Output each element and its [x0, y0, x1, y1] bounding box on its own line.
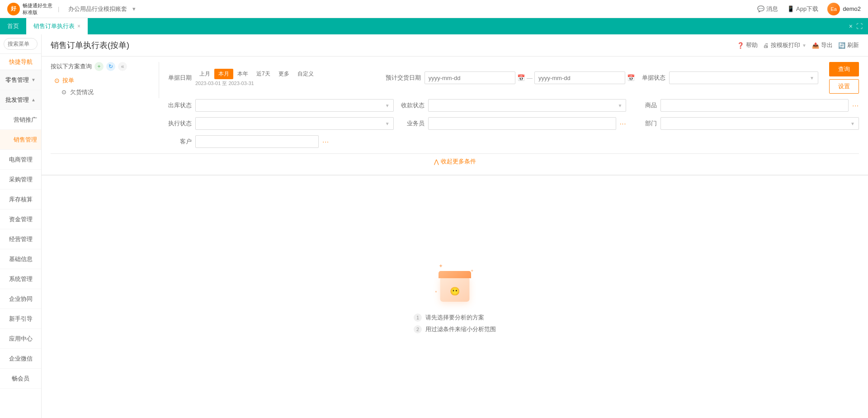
sidebar-item-membership[interactable]: 畅会员	[0, 369, 41, 389]
message-icon: 💬	[757, 5, 764, 12]
sidebar-item-operation[interactable]: 经营管理	[0, 229, 41, 249]
dept-select[interactable]: ▼	[660, 117, 859, 130]
step-number-2: 2	[414, 325, 422, 333]
dept-label: 部门	[632, 119, 657, 128]
date-tab-this-month[interactable]: 本月	[214, 69, 233, 79]
filter-actions: 查询 设置	[824, 62, 859, 94]
filter-field-expected-date: 预计交货日期 📅 — 📅	[386, 71, 635, 84]
export-button[interactable]: 📤 导出	[812, 41, 833, 49]
filter-field-execution: 执行状态 ▼	[166, 117, 394, 130]
status-label: 单据状态	[640, 74, 665, 82]
filter-field-status: 单据状态 ▼	[640, 71, 818, 84]
add-scheme-button[interactable]: +	[94, 62, 104, 71]
filter-row-2: 出库状态 ▼ 收款状态 ▼	[166, 99, 859, 112]
search-input[interactable]	[4, 38, 38, 50]
sidebar-item-newuser[interactable]: 新手引导	[0, 309, 41, 329]
execution-label: 执行状态	[166, 119, 192, 128]
date-tab-custom[interactable]: 自定义	[293, 69, 318, 79]
topbar-left: 好 畅捷通好生意 标准版 | 办公用品行业模拟账套 ▾	[7, 2, 136, 15]
scheme-item-shortage[interactable]: ⊙ 欠货情况	[51, 86, 153, 98]
sidebar-item-ecommerce[interactable]: 电商管理	[0, 150, 41, 170]
customer-input[interactable]	[195, 135, 319, 148]
query-button[interactable]: 查询	[829, 62, 859, 76]
calendar-end-icon[interactable]: 📅	[627, 74, 635, 81]
salesman-label: 业务员	[399, 119, 425, 128]
empty-state: ✦ ✦ ● 😶 1 请先选择要分析的方案 2 用过滤条件来缩小分析范围	[42, 176, 868, 418]
sidebar-item-finance[interactable]: 资金管理	[0, 209, 41, 229]
sidebar-item-basic-info[interactable]: 基础信息	[0, 249, 41, 269]
empty-illustration: ✦ ✦ ● 😶	[432, 261, 477, 306]
help-button[interactable]: ❓ 帮助	[737, 41, 758, 49]
collapse-button[interactable]: ⋀ 收起更多条件	[51, 153, 859, 169]
window-expand-icon[interactable]: ⛶	[856, 23, 863, 30]
calendar-start-icon[interactable]: 📅	[517, 74, 525, 81]
help-icon: ❓	[737, 42, 744, 49]
nav-tabs-right: × ⛶	[849, 23, 868, 30]
refresh-scheme-button[interactable]: ↻	[106, 62, 115, 71]
print-button[interactable]: 🖨 按模板打印 ▼	[763, 41, 807, 49]
customer-label: 客户	[166, 138, 192, 146]
execution-select[interactable]: ▼	[195, 117, 394, 130]
filter-field-goods: 商品 ···	[632, 99, 859, 112]
sidebar-item-sales[interactable]: 销售管理	[0, 130, 41, 150]
window-close-icon[interactable]: ×	[849, 23, 853, 30]
date-tab-more[interactable]: 更多	[274, 69, 293, 79]
app-icon: 📱	[787, 5, 794, 12]
expected-date-end-input[interactable]	[534, 71, 625, 84]
sidebar-item-enterprise[interactable]: 企业协同	[0, 289, 41, 309]
nav-tabs: 首页 销售订单执行表 × × ⛶	[0, 18, 868, 34]
sidebar-item-quick-nav[interactable]: 快捷导航	[0, 54, 41, 70]
date-tabs: 上月 本月 本年 近7天 更多 自定义	[195, 69, 380, 79]
sidebar-item-retail[interactable]: 零售管理 ▼	[0, 70, 41, 90]
delivery-select[interactable]: ▼	[195, 99, 394, 112]
username: demo2	[843, 5, 861, 12]
chevron-up-icon: ▲	[31, 97, 36, 102]
date-tab-this-year[interactable]: 本年	[233, 69, 252, 79]
logo: 好 畅捷通好生意 标准版	[7, 2, 52, 15]
user-area[interactable]: Ea demo2	[827, 3, 861, 15]
delivery-dropdown-icon: ▼	[385, 103, 390, 108]
settings-button[interactable]: 设置	[829, 79, 859, 94]
sidebar-item-marketing[interactable]: 营销推广	[0, 110, 41, 130]
date-tab-7days[interactable]: 近7天	[252, 69, 274, 79]
message-button[interactable]: 💬 消息	[757, 5, 778, 13]
print-dropdown-icon: ▼	[802, 43, 807, 48]
empty-step-2: 2 用过滤条件来缩小分析范围	[414, 325, 496, 333]
salesman-input[interactable]	[428, 117, 616, 130]
main-layout: 快捷导航 零售管理 ▼ 批发管理 ▲ 营销推广 销售管理 电商管理 采购管理 库…	[0, 34, 868, 418]
status-select[interactable]: ▼	[669, 71, 818, 84]
refresh-button[interactable]: 🔄 刷新	[838, 41, 859, 49]
goods-more-icon[interactable]: ···	[852, 102, 859, 109]
tab-sales-order[interactable]: 销售订单执行表 ×	[26, 18, 88, 34]
goods-input[interactable]	[660, 99, 849, 112]
filter-row-4: 客户 ···	[166, 135, 859, 148]
filter-field-dept: 部门 ▼	[632, 117, 859, 130]
date-tab-last-month[interactable]: 上月	[195, 69, 214, 79]
filter-row-1: 单据日期 上月 本月 本年 近7天 更多 自定义 20	[166, 62, 859, 94]
sidebar-item-system[interactable]: 系统管理	[0, 269, 41, 289]
expected-date-start-input[interactable]	[425, 71, 515, 84]
sidebar-item-inventory[interactable]: 库存核算	[0, 190, 41, 209]
date-range-text: 2023-03-01 至 2023-03-31	[195, 80, 380, 87]
customer-more-icon[interactable]: ···	[322, 138, 329, 145]
scheme-order-icon: ⊙	[54, 77, 60, 84]
sidebar: 快捷导航 零售管理 ▼ 批发管理 ▲ 营销推广 销售管理 电商管理 采购管理 库…	[0, 34, 42, 418]
page-header: 销售订单执行表(按单) ❓ 帮助 🖨 按模板打印 ▼ 📤 导出 🔄 刷新	[42, 34, 868, 57]
sidebar-item-weixin[interactable]: 企业微信	[0, 349, 41, 369]
sidebar-item-appstore[interactable]: 应用中心	[0, 329, 41, 349]
collapse-panel-button[interactable]: «	[118, 62, 127, 71]
app-download-button[interactable]: 📱 App下载	[787, 5, 818, 13]
left-panel-header: 按以下方案查询 + ↻ «	[51, 62, 153, 71]
topbar-dropdown-icon[interactable]: ▾	[132, 5, 136, 12]
chevron-down-icon: ▼	[31, 77, 36, 82]
page-actions: ❓ 帮助 🖨 按模板打印 ▼ 📤 导出 🔄 刷新	[737, 41, 859, 55]
topbar-right: 💬 消息 📱 App下载 Ea demo2	[757, 3, 861, 15]
scheme-item-order[interactable]: ⊙ 按单	[51, 75, 153, 86]
salesman-more-icon[interactable]: ···	[620, 120, 627, 127]
tab-home[interactable]: 首页	[0, 18, 26, 34]
sidebar-item-purchase[interactable]: 采购管理	[0, 170, 41, 190]
filter-field-date: 单据日期 上月 本月 本年 近7天 更多 自定义 20	[166, 69, 380, 87]
tab-close-icon[interactable]: ×	[77, 23, 80, 29]
sidebar-item-wholesale[interactable]: 批发管理 ▲	[0, 90, 41, 110]
payment-select[interactable]: ▼	[428, 99, 627, 112]
